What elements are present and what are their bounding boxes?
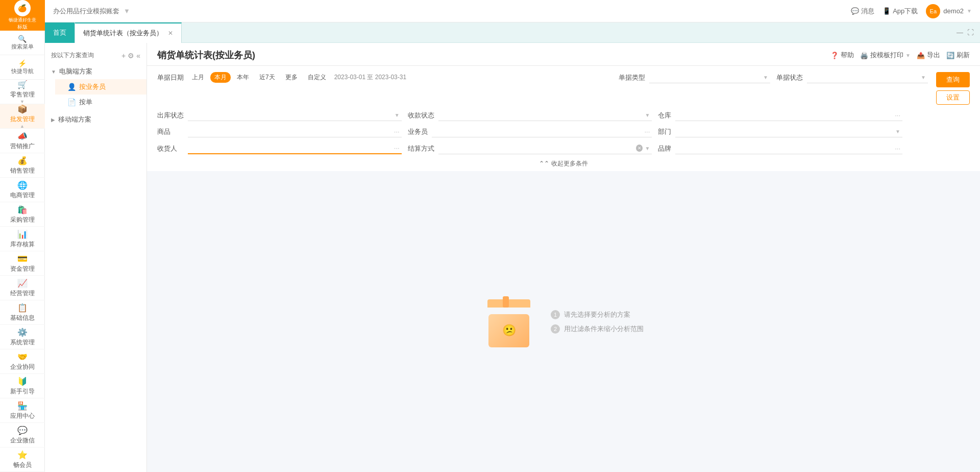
- salesman-control[interactable]: ···: [432, 126, 652, 137]
- sidebar-item-basic[interactable]: 📋 基础信息: [0, 300, 45, 325]
- tree-item-mobile-scheme[interactable]: ▶ 移动端方案: [45, 112, 146, 127]
- system-icon: ⚙️: [17, 327, 28, 337]
- brand-control[interactable]: ···: [675, 143, 902, 154]
- tree-item-by-salesman[interactable]: 👤 按业务员: [55, 79, 146, 95]
- consignee-input[interactable]: [190, 144, 394, 152]
- sidebar-item-cooperation[interactable]: 🤝 企业协同: [0, 349, 45, 374]
- minimize-btn[interactable]: —: [957, 29, 963, 36]
- sidebar-item-retail[interactable]: 🛒 零售管理 ▼: [0, 80, 45, 104]
- wholesale-icon: 📦: [17, 104, 28, 114]
- doc-type-input[interactable]: [651, 74, 763, 81]
- tab-home[interactable]: 首页: [45, 22, 75, 43]
- add-scheme-btn[interactable]: +: [121, 52, 126, 60]
- date-tab-more[interactable]: 更多: [281, 72, 302, 83]
- maximize-btn[interactable]: ⛶: [967, 29, 974, 36]
- goods-input[interactable]: [190, 128, 394, 135]
- purchase-icon: 🛍️: [17, 205, 28, 215]
- date-tab-custom[interactable]: 自定义: [304, 72, 330, 83]
- salesman-input[interactable]: [434, 128, 645, 135]
- empty-box-strap: [503, 296, 509, 308]
- export-btn[interactable]: 📤 导出: [917, 51, 940, 60]
- doc-type-control[interactable]: ▼: [649, 72, 770, 83]
- date-tab-last-month[interactable]: 上月: [188, 72, 208, 83]
- outbound-input[interactable]: [190, 111, 395, 119]
- goods-control[interactable]: ···: [188, 126, 402, 137]
- user-initials: Ea: [930, 8, 937, 14]
- search-menu[interactable]: 🔍 搜索菜单: [0, 31, 45, 55]
- refresh-label: 刷新: [957, 51, 970, 60]
- sidebar-item-system[interactable]: ⚙️ 系统管理: [0, 325, 45, 349]
- sidebar-item-ecommerce[interactable]: 🌐 电商管理: [0, 178, 45, 202]
- payment-control[interactable]: ▼: [438, 110, 652, 121]
- outbound-control[interactable]: ▼: [188, 110, 402, 121]
- sidebar-item-member[interactable]: ⭐ 畅会员: [0, 447, 45, 472]
- collapse-panel-btn[interactable]: «: [136, 52, 140, 60]
- warehouse-control[interactable]: ···: [675, 110, 902, 121]
- salesman-more-icon[interactable]: ···: [645, 128, 650, 135]
- date-tab-last-7-days[interactable]: 近7天: [255, 72, 279, 83]
- sidebar-item-finance[interactable]: 💳 资金管理: [0, 251, 45, 276]
- sidebar-item-wechat[interactable]: 💬 企业微信: [0, 423, 45, 447]
- app-download-btn[interactable]: 📱 App下载: [883, 7, 918, 16]
- help-label: 帮助: [841, 51, 854, 60]
- operation-icon: 📈: [17, 278, 28, 288]
- refresh-icon: 🔄: [946, 52, 954, 59]
- outbound-label: 出库状态: [157, 111, 184, 120]
- sidebar-item-sales[interactable]: 💰 销售管理: [0, 153, 45, 178]
- quick-nav[interactable]: ⚡ 快捷导航: [0, 55, 45, 80]
- collapse-filters-btn[interactable]: ⌃⌃ 收起更多条件: [157, 156, 970, 171]
- doc-status-control[interactable]: ▼: [807, 72, 928, 83]
- print-btn[interactable]: 🖨️ 按模板打印 ▼: [860, 51, 911, 60]
- breadcrumb: 办公用品行业模拟账套: [53, 7, 119, 16]
- messages-btn[interactable]: 💬 消息: [851, 7, 874, 16]
- refresh-btn[interactable]: 🔄 刷新: [946, 51, 970, 60]
- tree-item-pc-scheme[interactable]: ▼ 电脑端方案: [45, 64, 146, 79]
- warehouse-input[interactable]: [677, 111, 895, 119]
- department-input[interactable]: [677, 128, 895, 135]
- collapse-label: 收起更多条件: [551, 160, 588, 167]
- member-icon: ⭐: [17, 450, 28, 460]
- consignee-more-icon[interactable]: ···: [394, 144, 400, 152]
- settings-scheme-btn[interactable]: ⚙: [128, 52, 134, 60]
- query-button[interactable]: 查询: [936, 72, 970, 87]
- tab-sales-stat-close[interactable]: ✕: [168, 30, 173, 37]
- doc-status-input[interactable]: [809, 74, 921, 81]
- doc-type-label: 单据类型: [619, 73, 645, 82]
- department-control[interactable]: ▼: [675, 126, 902, 137]
- window-controls: — ⛶: [957, 29, 980, 36]
- consignee-control[interactable]: ···: [188, 143, 402, 154]
- date-tab-this-year[interactable]: 本年: [233, 72, 253, 83]
- marketing-icon: 📣: [17, 131, 28, 141]
- content-area: 按以下方案查询 + ⚙ « ▼ 电脑端方案 👤 按业务员 📄 按单: [45, 43, 980, 472]
- user-menu[interactable]: Ea demo2 ▼: [926, 4, 972, 18]
- cooperation-icon: 🤝: [17, 352, 28, 362]
- salesman-label: 业务员: [408, 127, 428, 136]
- sidebar-item-wechat-label: 企业微信: [10, 436, 35, 445]
- sidebar-item-wholesale[interactable]: 📦 批发管理 ▲: [0, 104, 45, 129]
- warehouse-more-icon[interactable]: ···: [895, 111, 900, 119]
- tab-sales-stat[interactable]: 销货单统计表（按业务员） ✕: [75, 22, 182, 43]
- sidebar-item-guide[interactable]: 🔰 新手引导: [0, 374, 45, 398]
- payment-input[interactable]: [440, 111, 645, 119]
- settlement-input[interactable]: [440, 145, 636, 152]
- topbar-right: 💬 消息 📱 App下载 Ea demo2 ▼: [851, 4, 972, 18]
- sidebar-item-marketing-label: 营销推广: [10, 142, 35, 151]
- sidebar-item-purchase[interactable]: 🛍️ 采购管理: [0, 202, 45, 227]
- settlement-control[interactable]: ✕ ▼: [438, 143, 652, 154]
- sidebar-item-operation[interactable]: 📈 经营管理: [0, 276, 45, 300]
- empty-illustration: 😕: [483, 296, 534, 347]
- goods-more-icon[interactable]: ···: [394, 128, 400, 135]
- sidebar-item-marketing[interactable]: 📣 营销推广: [0, 129, 45, 153]
- sidebar-item-inventory[interactable]: 📊 库存核算: [0, 227, 45, 251]
- brand-input[interactable]: [677, 145, 895, 152]
- brand-more-icon[interactable]: ···: [895, 145, 900, 152]
- sidebar-item-ecommerce-label: 电商管理: [10, 191, 35, 200]
- help-btn[interactable]: ❓ 帮助: [830, 51, 854, 60]
- tree-item-by-order[interactable]: 📄 按单: [55, 95, 146, 110]
- settlement-clear-btn[interactable]: ✕: [636, 145, 643, 152]
- date-tab-this-month[interactable]: 本月: [210, 72, 231, 83]
- outbound-chevron-icon: ▼: [395, 112, 400, 118]
- settings-button[interactable]: 设置: [936, 90, 970, 105]
- sidebar-item-apps[interactable]: 🏪 应用中心: [0, 398, 45, 423]
- left-panel-actions: + ⚙ «: [121, 52, 140, 60]
